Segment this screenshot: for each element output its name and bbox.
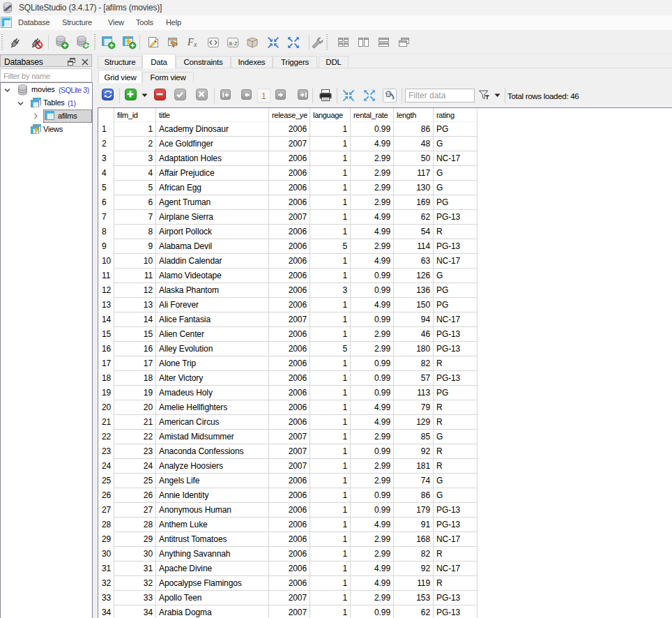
svg-text:F: F <box>187 37 194 47</box>
svg-text:x: x <box>193 40 197 48</box>
svg-text:a·z: a·z <box>229 40 238 47</box>
